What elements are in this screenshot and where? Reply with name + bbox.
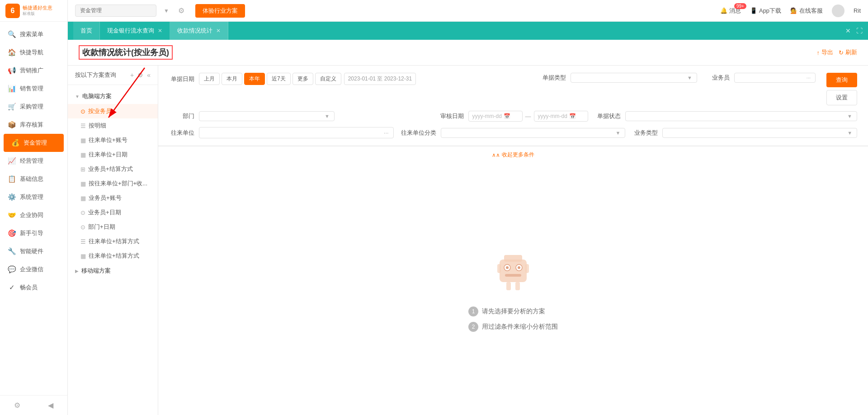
- tab-collection-stat-close-icon[interactable]: ✕: [216, 28, 221, 34]
- filter-row-2: 部门 ▼ 审核日期 yyyy-mm-dd 📅: [169, 111, 857, 122]
- tab-fullscreen-icon[interactable]: ⛶: [856, 27, 863, 34]
- calendar-end-icon: 📅: [569, 113, 576, 119]
- sidebar-item-operation[interactable]: 📈 经营管理: [0, 152, 67, 170]
- tab-close-all-icon[interactable]: ✕: [845, 27, 851, 34]
- tab-home[interactable]: 首页: [73, 22, 100, 40]
- collapse-label: 收起更多条件: [502, 151, 534, 159]
- panel-add-icon[interactable]: +: [130, 71, 134, 79]
- tree-item-by-salesman[interactable]: ⊙ 按业务员: [68, 104, 158, 118]
- online-service-button[interactable]: 💁 在线客服: [790, 7, 823, 15]
- tree-item-dept-date[interactable]: ⊙ 部门+日期: [68, 220, 158, 234]
- empty-step-2: 2 用过滤条件来缩小分析范围: [468, 322, 558, 332]
- sidebar-item-guide[interactable]: 🎯 新手引导: [0, 224, 67, 242]
- sidebar-item-quick-nav[interactable]: 🏠 快捷导航: [0, 43, 67, 61]
- filter-row-3: 往来单位 ··· 往来单位分类 ▼: [169, 127, 857, 138]
- sidebar-item-search-menu[interactable]: 🔍 搜索菜单: [0, 25, 67, 43]
- tree-item-customer-date[interactable]: ▦ 往来单位+日期: [68, 147, 158, 162]
- date-btn-this-month[interactable]: 本月: [222, 73, 242, 85]
- left-panel: 按以下方案查询 + ⚙ « ▼ 电脑端方案 ⊙: [68, 66, 158, 415]
- tree-section-mobile-title[interactable]: ▶ 移动端方案: [68, 263, 158, 278]
- export-button[interactable]: ↑ 导出: [817, 48, 834, 57]
- sidebar-item-sales[interactable]: 📊 销售管理: [0, 80, 67, 98]
- audit-date-start-input[interactable]: yyyy-mm-dd 📅: [468, 111, 523, 122]
- salesman-account-label: 业务员+账号: [89, 194, 122, 202]
- app-download-button[interactable]: 📱 App下载: [750, 7, 781, 15]
- panel-collapse-icon[interactable]: «: [147, 71, 151, 79]
- sidebar-item-basic-info[interactable]: 📋 基础信息: [0, 170, 67, 188]
- salesman-select[interactable]: ···: [734, 73, 816, 83]
- sidebar-item-system[interactable]: ⚙️ 系统管理: [0, 188, 67, 206]
- tree-item-salesman-date[interactable]: ⊙ 业务员+日期: [68, 205, 158, 220]
- tab-bank-flow[interactable]: 现金银行流水查询 ✕: [100, 22, 170, 40]
- sidebar-item-wechat[interactable]: 💬 企业微信: [0, 260, 67, 278]
- tab-bank-flow-close-icon[interactable]: ✕: [158, 28, 162, 34]
- tree-item-customer-settle[interactable]: ☰ 往来单位+结算方式: [68, 234, 158, 249]
- collapse-chevron-icon: ∧∧: [492, 152, 500, 158]
- tree-item-salesman-account[interactable]: ▦ 业务员+账号: [68, 191, 158, 205]
- logo-icon: 6: [5, 4, 20, 18]
- sidebar-item-inventory[interactable]: 📦 库存核算: [0, 116, 67, 134]
- audit-date-start-text: yyyy-mm-dd: [472, 113, 502, 119]
- dept-label: 部门: [169, 112, 194, 120]
- settings-bottom-icon[interactable]: ⚙: [14, 401, 20, 410]
- salesman-settle-label: 业务员+结算方式: [88, 165, 133, 173]
- sidebar-item-member[interactable]: ✓ 畅会员: [0, 278, 67, 297]
- message-button[interactable]: 🔔 消息 99+: [720, 7, 741, 15]
- topbar-gear-icon[interactable]: ⚙: [178, 6, 184, 15]
- date-btn-this-year[interactable]: 本年: [244, 73, 265, 85]
- dept-select[interactable]: ▼: [199, 111, 335, 121]
- sidebar-item-finance[interactable]: 💰 资金管理: [4, 134, 64, 152]
- tree-item-by-detail[interactable]: ☰ 按明细: [68, 118, 158, 133]
- filter-dept-group: 部门 ▼: [169, 111, 431, 121]
- biz-type-select[interactable]: ▼: [662, 128, 857, 138]
- tree-item-salesman-settle[interactable]: ⊞ 业务员+结算方式: [68, 162, 158, 176]
- customer-cat-label: 往来单位分类: [401, 129, 436, 137]
- date-btn-custom[interactable]: 自定义: [315, 73, 341, 85]
- tree-item-customer-account[interactable]: ▦ 往来单位+账号: [68, 133, 158, 147]
- tree-item-customer-settle2[interactable]: ▦ 往来单位+结算方式: [68, 249, 158, 263]
- date-btn-last-month[interactable]: 上月: [199, 73, 220, 85]
- breadcrumb-text: 资金管理: [80, 7, 102, 14]
- tab-bank-flow-label: 现金银行流水查询: [107, 27, 154, 35]
- member-icon: ✓: [7, 283, 16, 292]
- audit-date-end-input[interactable]: yyyy-mm-dd 📅: [534, 111, 588, 122]
- audit-date-label: 审核日期: [439, 112, 464, 120]
- empty-step-1: 1 请先选择要分析的方案: [468, 307, 558, 316]
- collapse-sidebar-icon[interactable]: ◀: [48, 401, 53, 410]
- customer-cat-select[interactable]: ▼: [441, 128, 626, 138]
- sidebar-item-enterprise[interactable]: 🤝 企业协同: [0, 206, 67, 224]
- sidebar-item-marketing[interactable]: 📢 营销推广: [0, 61, 67, 80]
- settings-button[interactable]: 设置: [826, 90, 857, 105]
- panel-settings-icon[interactable]: ⚙: [137, 71, 143, 79]
- panel-header-label: 按以下方案查询: [75, 71, 116, 79]
- date-btn-7days[interactable]: 近7天: [267, 73, 291, 85]
- doc-status-select[interactable]: ▼: [625, 111, 858, 121]
- sidebar-item-hardware[interactable]: 🔧 智能硬件: [0, 242, 67, 260]
- tabs-bar: 首页 现金银行流水查询 ✕ 收款情况统计 ✕ ✕ ⛶: [68, 22, 868, 40]
- trial-button[interactable]: 体验行业方案: [195, 4, 245, 18]
- date-range-display[interactable]: 2023-01-01 至 2023-12-31: [344, 73, 416, 85]
- by-detail-label: 按明细: [89, 122, 106, 130]
- user-avatar[interactable]: [832, 5, 844, 17]
- refresh-button[interactable]: ↻ 刷新: [839, 48, 857, 57]
- empty-state-area: 1 请先选择要分析的方案 2 用过滤条件来缩小分析范围: [158, 163, 868, 415]
- doc-type-select[interactable]: ▼: [571, 73, 697, 83]
- query-button[interactable]: 查询: [826, 73, 857, 87]
- breadcrumb[interactable]: 资金管理: [75, 5, 156, 17]
- tree-section-mobile: ▶ 移动端方案: [68, 263, 158, 278]
- doc-status-label: 单据状态: [595, 112, 621, 120]
- breadcrumb-arrow-icon[interactable]: ▼: [164, 8, 169, 14]
- sidebar-item-purchase[interactable]: 🛒 采购管理: [0, 98, 67, 116]
- tree-item-customer-dept[interactable]: ▦ 按往来单位+部门+收...: [68, 176, 158, 191]
- hardware-icon: 🔧: [7, 247, 16, 256]
- sidebar-nav: 🔍 搜索菜单 🏠 快捷导航 📢 营销推广 📊 销售管理 🛒 采购管理 📦: [0, 22, 67, 395]
- by-detail-icon: ☰: [80, 123, 86, 129]
- customer-select[interactable]: ···: [199, 127, 394, 138]
- tab-collection-stat[interactable]: 收款情况统计 ✕: [170, 22, 228, 40]
- collapse-bar[interactable]: ∧∧ 收起更多条件: [158, 146, 868, 163]
- date-btn-more[interactable]: 更多: [292, 73, 313, 85]
- doc-type-arrow-icon: ▼: [687, 75, 692, 80]
- step-1-text: 请先选择要分析的方案: [482, 307, 545, 316]
- tree-section-desktop-title[interactable]: ▼ 电脑端方案: [68, 89, 158, 104]
- by-salesman-label: 按业务员: [88, 107, 112, 115]
